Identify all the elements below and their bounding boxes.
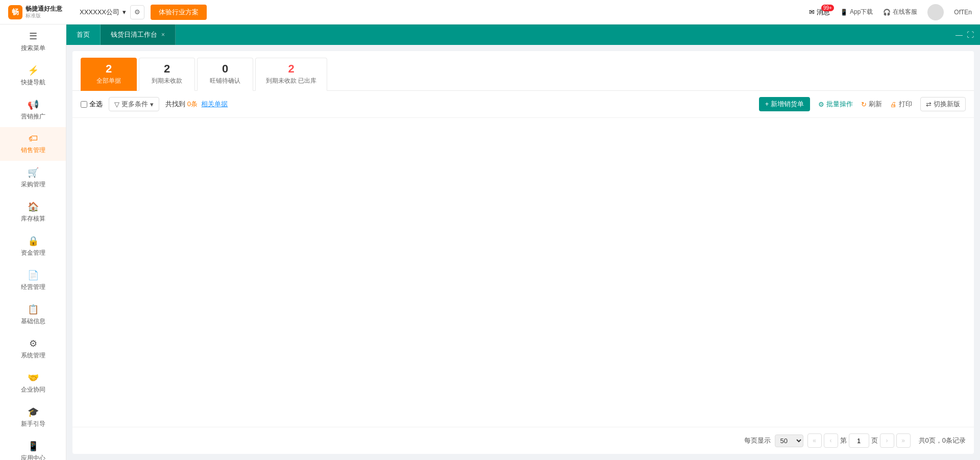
stat-tab-overdue[interactable]: 2 到期未收款 — [139, 58, 195, 91]
tab-workbench-label: 钱货日清工作台 — [111, 30, 157, 39]
filter-label: 更多条件 — [121, 100, 148, 109]
toolbar-left: 全选 ▽ 更多条件 ▾ 共找到 0条 相关单据 — [81, 97, 228, 111]
refresh-label: 刷新 — [869, 100, 882, 109]
sidebar-item-marketing[interactable]: 📢 营销推广 — [0, 93, 66, 127]
sidebar-item-basic-info[interactable]: 📋 基础信息 — [0, 298, 66, 332]
app-version: 标准版 — [26, 13, 62, 19]
stat-tab-all[interactable]: 2 全部单据 — [81, 58, 137, 91]
sidebar-item-app-center[interactable]: 📱 应用中心 — [0, 434, 66, 460]
last-page-btn[interactable]: » — [896, 433, 911, 448]
basic-info-icon: 📋 — [28, 304, 39, 315]
minimize-icon[interactable]: — — [955, 31, 963, 39]
app-name: 畅捷通好生意 — [26, 5, 62, 12]
content-area: 2 全部单据 2 到期未收款 0 旺铺待确认 2 到期未收款 已出库 全选 — [72, 51, 974, 454]
found-text: 共找到 0条 相关单据 — [165, 100, 228, 109]
logo-text: 畅捷通好生意 标准版 — [26, 5, 62, 18]
sidebar: ☰ 搜索菜单 ⚡ 快捷导航 📢 营销推广 🏷 销售管理 🛒 采购管理 🏠 库存核… — [0, 25, 66, 460]
sidebar-label-inventory: 库存核算 — [21, 214, 45, 223]
related-link[interactable]: 相关单据 — [201, 100, 228, 108]
tab-home[interactable]: 首页 — [66, 25, 101, 45]
tab-workbench[interactable]: 钱货日清工作台 × — [101, 25, 176, 45]
stat-label-all: 全部单据 — [96, 77, 121, 85]
sidebar-label-marketing: 营销推广 — [21, 112, 45, 121]
quick-nav-icon: ⚡ — [28, 65, 39, 76]
sidebar-label-basic-info: 基础信息 — [21, 317, 45, 326]
avatar[interactable] — [927, 4, 944, 20]
refresh-icon: ↻ — [861, 101, 867, 108]
filter-icon: ▽ — [114, 101, 119, 108]
toolbar-right: + 新增销货单 ⚙ 批量操作 ↻ 刷新 🖨 打印 ⇄ 切换新版 — [759, 97, 966, 111]
sidebar-item-finance[interactable]: 🔒 资金管理 — [0, 229, 66, 263]
sidebar-item-system[interactable]: ⚙ 系统管理 — [0, 332, 66, 366]
first-page-btn[interactable]: « — [807, 433, 822, 448]
toolbar: 全选 ▽ 更多条件 ▾ 共找到 0条 相关单据 + 新增销货单 ⚙ 批量操作 — [72, 91, 974, 118]
sales-icon: 🏷 — [29, 133, 38, 144]
stat-label-overdue: 到期未收款 — [152, 77, 182, 85]
logo-area: 畅 畅捷通好生意 标准版 — [8, 5, 75, 19]
filter-btn[interactable]: ▽ 更多条件 ▾ — [109, 97, 159, 111]
stat-label-overdue-shipped: 到期未收款 已出库 — [266, 77, 316, 85]
sidebar-label-finance: 资金管理 — [21, 249, 45, 257]
sidebar-item-operations[interactable]: 📄 经营管理 — [0, 263, 66, 298]
app-center-icon: 📱 — [28, 441, 39, 452]
refresh-btn[interactable]: ↻ 刷新 — [861, 100, 882, 109]
sidebar-item-quick-nav[interactable]: ⚡ 快捷导航 — [0, 59, 66, 93]
tab-home-label: 首页 — [77, 30, 90, 39]
page-suffix: 页 — [871, 436, 878, 445]
username[interactable]: OfTEn — [954, 9, 972, 16]
print-btn[interactable]: 🖨 打印 — [890, 100, 912, 109]
company-selector[interactable]: XXXXXX公司 ▾ — [80, 8, 126, 17]
tab-close-icon[interactable]: × — [161, 31, 165, 38]
sidebar-item-sales[interactable]: 🏷 销售管理 — [0, 127, 66, 161]
headset-icon: 🎧 — [883, 9, 891, 16]
tab-controls: — ⛶ — [949, 25, 980, 45]
settings-button[interactable]: ⚙ — [130, 5, 144, 19]
print-label: 打印 — [899, 100, 912, 109]
stat-num-pending: 0 — [222, 62, 228, 76]
select-all-input[interactable] — [81, 101, 87, 108]
empty-state — [81, 118, 966, 322]
app-download-btn[interactable]: 📱 App下载 — [840, 8, 873, 16]
sidebar-label-cooperation: 企业协同 — [21, 385, 45, 394]
per-page-select[interactable]: 20 50 100 — [775, 434, 803, 447]
prev-page-btn[interactable]: ‹ — [824, 433, 838, 448]
search-menu-icon: ☰ — [29, 31, 37, 42]
sidebar-label-search-menu: 搜索菜单 — [21, 44, 45, 53]
stat-tab-overdue-shipped[interactable]: 2 到期未收款 已出库 — [255, 58, 327, 91]
online-service-label: 在线客服 — [893, 8, 917, 16]
batch-btn[interactable]: ⚙ 批量操作 — [818, 100, 853, 109]
main-content: 2 全部单据 2 到期未收款 0 旺铺待确认 2 到期未收款 已出库 全选 — [66, 45, 980, 460]
sidebar-item-search-menu[interactable]: ☰ 搜索菜单 — [0, 25, 66, 59]
page-prefix: 第 — [840, 436, 847, 445]
page-input[interactable] — [849, 433, 869, 448]
page-nav: « ‹ 第 页 › » — [807, 433, 911, 448]
batch-label: 批量操作 — [826, 100, 853, 109]
operations-icon: 📄 — [28, 270, 39, 281]
pagination: 每页显示 20 50 100 « ‹ 第 页 › » 共0页，0条记录 — [72, 427, 974, 454]
trial-btn[interactable]: 体验行业方案 — [151, 5, 207, 20]
stat-num-overdue: 2 — [164, 62, 170, 76]
maximize-icon[interactable]: ⛶ — [967, 31, 974, 39]
sidebar-label-app-center: 应用中心 — [21, 454, 45, 460]
select-all-checkbox[interactable]: 全选 — [81, 100, 103, 109]
select-all-label: 全选 — [89, 100, 103, 109]
app-logo-icon: 畅 — [8, 5, 22, 19]
online-service-btn[interactable]: 🎧 在线客服 — [883, 8, 917, 16]
company-name: XXXXXX公司 — [80, 8, 119, 17]
cooperation-icon: 🤝 — [28, 372, 39, 383]
stats-tabs: 2 全部单据 2 到期未收款 0 旺铺待确认 2 到期未收款 已出库 — [72, 51, 974, 91]
next-page-btn[interactable]: › — [880, 433, 894, 448]
tab-nav: 首页 钱货日清工作台 × — ⛶ — [66, 25, 980, 45]
gear-icon: ⚙ — [134, 8, 140, 16]
inventory-icon: 🏠 — [28, 201, 39, 212]
batch-icon: ⚙ — [818, 101, 824, 108]
add-order-btn[interactable]: + 新增销货单 — [759, 97, 810, 111]
sidebar-item-inventory[interactable]: 🏠 库存核算 — [0, 195, 66, 229]
stat-tab-pending[interactable]: 0 旺铺待确认 — [197, 58, 253, 91]
sidebar-item-cooperation[interactable]: 🤝 企业协同 — [0, 366, 66, 400]
switch-version-btn[interactable]: ⇄ 切换新版 — [920, 97, 966, 111]
sidebar-item-purchase[interactable]: 🛒 采购管理 — [0, 161, 66, 195]
message-btn[interactable]: ✉ 消息 99+ — [809, 8, 830, 17]
message-badge: 99+ — [821, 5, 834, 11]
sidebar-item-guide[interactable]: 🎓 新手引导 — [0, 400, 66, 434]
